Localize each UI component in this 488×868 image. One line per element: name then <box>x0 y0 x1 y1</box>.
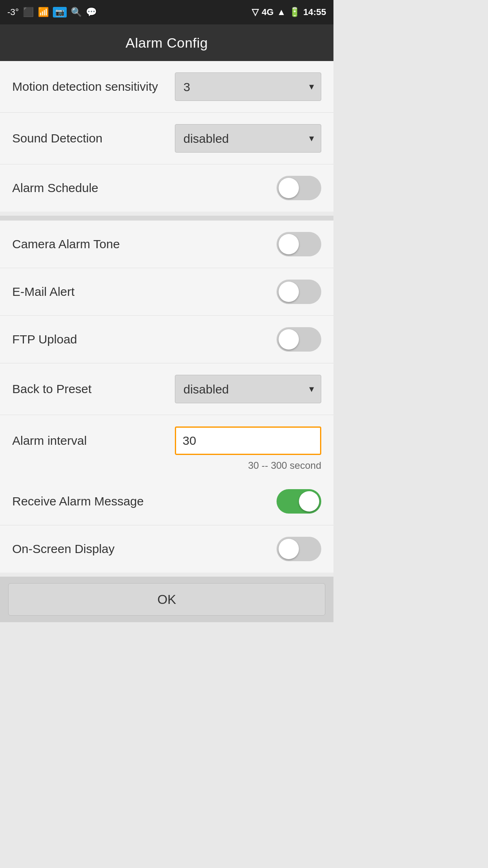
divider-1 <box>0 216 333 221</box>
app-header: Alarm Config <box>0 24 333 61</box>
signal-icon: ▽ <box>252 7 259 17</box>
message-icon: 💬 <box>86 7 97 17</box>
email-alert-thumb <box>279 282 299 302</box>
wifi-icon: 📶 <box>38 7 49 17</box>
email-alert-row: E-Mail Alert <box>0 268 333 316</box>
receive-alarm-message-label: Receive Alarm Message <box>12 494 144 508</box>
camera-icon: 📷 <box>53 7 67 17</box>
temperature: -3° <box>7 7 19 17</box>
alarm-interval-input[interactable] <box>175 426 321 455</box>
email-alert-label: E-Mail Alert <box>12 285 74 299</box>
page-title: Alarm Config <box>126 35 208 51</box>
ftp-upload-label: FTP Upload <box>12 332 77 346</box>
signal-bars-icon: ▲ <box>277 7 286 17</box>
ok-button-wrapper: OK <box>0 577 333 622</box>
battery-icon: 🔋 <box>289 7 300 17</box>
alarm-schedule-label: Alarm Schedule <box>12 181 98 195</box>
back-to-preset-row: Back to Preset disabled preset1 preset2 … <box>0 363 333 415</box>
alarm-interval-hint: 30 -- 300 second <box>0 458 333 478</box>
network-type: 4G <box>262 7 274 17</box>
status-bar: -3° ⬛ 📶 📷 🔍 💬 ▽ 4G ▲ 🔋 14:55 <box>0 0 333 24</box>
search-icon: 🔍 <box>71 7 82 17</box>
sound-detection-label: Sound Detection <box>12 131 102 145</box>
on-screen-display-toggle[interactable] <box>277 537 321 561</box>
receive-alarm-message-thumb <box>299 491 319 512</box>
alarm-schedule-toggle[interactable] <box>277 176 321 200</box>
ftp-upload-toggle[interactable] <box>277 327 321 352</box>
motion-detection-dropdown-wrapper: 1 2 3 4 5 ▼ <box>175 72 321 101</box>
status-bar-right: ▽ 4G ▲ 🔋 14:55 <box>252 7 326 17</box>
section-detection: Motion detection sensitivity 1 2 3 4 5 ▼… <box>0 61 333 212</box>
motion-detection-row: Motion detection sensitivity 1 2 3 4 5 ▼ <box>0 61 333 113</box>
alarm-interval-row: Alarm interval <box>0 415 333 458</box>
motion-detection-select[interactable]: 1 2 3 4 5 <box>175 72 321 101</box>
sound-detection-row: Sound Detection disabled low medium high… <box>0 113 333 164</box>
receive-alarm-message-row: Receive Alarm Message <box>0 478 333 525</box>
content-area: Motion detection sensitivity 1 2 3 4 5 ▼… <box>0 61 333 622</box>
back-to-preset-dropdown-wrapper: disabled preset1 preset2 preset3 ▼ <box>175 375 321 403</box>
on-screen-display-thumb <box>279 539 299 559</box>
camera-alarm-tone-thumb <box>279 234 299 254</box>
camera-alarm-tone-toggle[interactable] <box>277 232 321 256</box>
ftp-upload-row: FTP Upload <box>0 316 333 363</box>
back-to-preset-select[interactable]: disabled preset1 preset2 preset3 <box>175 375 321 403</box>
camera-alarm-tone-row: Camera Alarm Tone <box>0 221 333 268</box>
status-bar-left: -3° ⬛ 📶 📷 🔍 💬 <box>7 7 97 17</box>
ok-button[interactable]: OK <box>8 583 325 616</box>
camera-alarm-tone-label: Camera Alarm Tone <box>12 237 120 251</box>
email-alert-toggle[interactable] <box>277 280 321 304</box>
motion-detection-label: Motion detection sensitivity <box>12 80 158 94</box>
back-to-preset-label: Back to Preset <box>12 382 92 396</box>
alarm-interval-label: Alarm interval <box>12 434 87 448</box>
clock: 14:55 <box>303 7 326 17</box>
sound-detection-select[interactable]: disabled low medium high <box>175 124 321 153</box>
sound-detection-dropdown-wrapper: disabled low medium high ▼ <box>175 124 321 153</box>
on-screen-display-row: On-Screen Display <box>0 525 333 573</box>
alarm-schedule-row: Alarm Schedule <box>0 164 333 212</box>
section-alerts: Camera Alarm Tone E-Mail Alert FTP Uploa… <box>0 221 333 573</box>
receive-alarm-message-toggle[interactable] <box>277 489 321 514</box>
alarm-schedule-thumb <box>279 178 299 198</box>
ftp-upload-thumb <box>279 329 299 350</box>
screenshot-icon: ⬛ <box>23 7 34 17</box>
on-screen-display-label: On-Screen Display <box>12 542 115 556</box>
